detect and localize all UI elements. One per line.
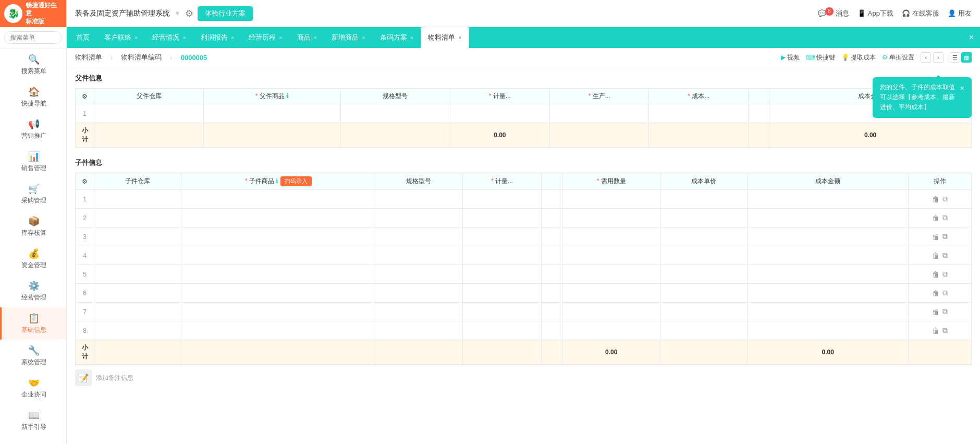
grid-view-icon[interactable]: ▦ bbox=[961, 52, 972, 63]
parent-col-settings[interactable]: ⚙ bbox=[76, 89, 94, 104]
tab-profit[interactable]: 利润报告 × bbox=[193, 27, 241, 48]
extract-cost-action[interactable]: 💡 提取成本 bbox=[841, 53, 876, 62]
child-spec-5[interactable] bbox=[375, 265, 462, 284]
message-button[interactable]: 💬 6 消息 bbox=[818, 9, 849, 18]
delete-icon-6[interactable]: 🗑 bbox=[932, 289, 939, 297]
sidebar-item-sales[interactable]: 📊 销售管理 bbox=[0, 146, 66, 178]
child-quantity-8[interactable] bbox=[562, 321, 660, 340]
child-spec-1[interactable] bbox=[375, 190, 462, 209]
child-unit-3[interactable] bbox=[462, 227, 542, 246]
tab-home[interactable]: 首页 bbox=[69, 27, 97, 48]
scan-button[interactable]: 扫码录入 bbox=[280, 176, 312, 186]
child-cost-amount-2[interactable] bbox=[748, 209, 909, 227]
copy-icon-8[interactable]: ⧉ bbox=[942, 326, 948, 335]
child-quantity-4[interactable] bbox=[562, 246, 660, 265]
child-cost-amount-7[interactable] bbox=[748, 303, 909, 321]
delete-icon-1[interactable]: 🗑 bbox=[932, 195, 939, 203]
tab-new-goods-close[interactable]: × bbox=[362, 34, 365, 41]
child-cost-amount-5[interactable] bbox=[748, 265, 909, 284]
parent-unit-1[interactable] bbox=[450, 104, 550, 123]
trial-button[interactable]: 体验行业方案 bbox=[198, 6, 253, 21]
sidebar-item-operations[interactable]: ⚙️ 经营管理 bbox=[0, 275, 66, 307]
child-cost-amount-8[interactable] bbox=[748, 321, 909, 340]
parent-production-1[interactable] bbox=[549, 104, 649, 123]
child-warehouse-3[interactable] bbox=[94, 227, 181, 246]
child-cost-amount-1[interactable] bbox=[748, 190, 909, 209]
child-unit-cost-4[interactable] bbox=[660, 246, 748, 265]
close-all-tabs[interactable]: × bbox=[965, 33, 978, 42]
child-unit-1[interactable] bbox=[462, 190, 542, 209]
child-unit-cost-1[interactable] bbox=[660, 190, 748, 209]
child-warehouse-6[interactable] bbox=[94, 284, 181, 303]
child-goods-5[interactable] bbox=[181, 265, 375, 284]
child-unit-4[interactable] bbox=[462, 246, 542, 265]
child-goods-6[interactable] bbox=[181, 284, 375, 303]
child-spec-8[interactable] bbox=[375, 321, 462, 340]
sidebar-item-quick-nav[interactable]: 🏠 快捷导航 bbox=[0, 81, 66, 113]
tab-goods[interactable]: 商品 × bbox=[290, 27, 324, 48]
parent-warehouse-1[interactable] bbox=[94, 104, 204, 123]
child-spec-7[interactable] bbox=[375, 303, 462, 321]
child-spec-2[interactable] bbox=[375, 209, 462, 227]
child-spec-3[interactable] bbox=[375, 227, 462, 246]
delete-icon-5[interactable]: 🗑 bbox=[932, 270, 939, 279]
copy-icon-3[interactable]: ⧉ bbox=[942, 232, 948, 241]
child-warehouse-5[interactable] bbox=[94, 265, 181, 284]
child-cost-amount-4[interactable] bbox=[748, 246, 909, 265]
delete-icon-8[interactable]: 🗑 bbox=[932, 327, 939, 335]
child-unit-cost-3[interactable] bbox=[660, 227, 748, 246]
child-quantity-2[interactable] bbox=[562, 209, 660, 227]
delete-icon-3[interactable]: 🗑 bbox=[932, 233, 939, 241]
prev-arrow[interactable]: ‹ bbox=[921, 52, 931, 63]
parent-goods-1[interactable] bbox=[204, 104, 341, 123]
child-col-settings[interactable]: ⚙ bbox=[76, 173, 94, 190]
child-unit-5[interactable] bbox=[462, 265, 542, 284]
tab-operations-close[interactable]: × bbox=[182, 34, 186, 41]
goods-info-icon[interactable]: ℹ bbox=[286, 92, 289, 100]
copy-icon-5[interactable]: ⧉ bbox=[942, 270, 948, 279]
single-settings-action[interactable]: ⚙ 单据设置 bbox=[882, 53, 914, 62]
sidebar-item-search[interactable]: 🔍 搜索菜单 bbox=[0, 49, 66, 81]
search-input[interactable] bbox=[4, 31, 62, 44]
view-toggle[interactable]: ☰ ▦ bbox=[950, 52, 972, 63]
child-goods-8[interactable] bbox=[181, 321, 375, 340]
child-warehouse-4[interactable] bbox=[94, 246, 181, 265]
child-unit-8[interactable] bbox=[462, 321, 542, 340]
delete-icon-7[interactable]: 🗑 bbox=[932, 308, 939, 316]
shortcut-action[interactable]: ⌨ 快捷键 bbox=[806, 53, 835, 62]
child-goods-4[interactable] bbox=[181, 246, 375, 265]
tab-bom[interactable]: 物料清单 × bbox=[421, 27, 469, 48]
child-cost-amount-3[interactable] bbox=[748, 227, 909, 246]
user-button[interactable]: 👤 用友 bbox=[948, 9, 972, 18]
child-quantity-6[interactable] bbox=[562, 284, 660, 303]
parent-spec-1[interactable] bbox=[340, 104, 450, 123]
child-goods-1[interactable] bbox=[181, 190, 375, 209]
tab-barcode[interactable]: 条码方案 × bbox=[373, 27, 421, 48]
tab-barcode-close[interactable]: × bbox=[410, 34, 413, 41]
tab-customer[interactable]: 客户联络 × bbox=[97, 27, 145, 48]
child-goods-3[interactable] bbox=[181, 227, 375, 246]
sidebar-item-finance[interactable]: 💰 资金管理 bbox=[0, 243, 66, 275]
breadcrumb-bom-code[interactable]: 物料清单编码 bbox=[121, 53, 162, 62]
child-warehouse-8[interactable] bbox=[94, 321, 181, 340]
child-quantity-7[interactable] bbox=[562, 303, 660, 321]
child-unit-cost-6[interactable] bbox=[660, 284, 748, 303]
child-goods-7[interactable] bbox=[181, 303, 375, 321]
child-unit-cost-8[interactable] bbox=[660, 321, 748, 340]
child-unit-2[interactable] bbox=[462, 209, 542, 227]
breadcrumb-bom-list[interactable]: 物料清单 bbox=[75, 53, 102, 62]
copy-icon-6[interactable]: ⧉ bbox=[942, 289, 948, 297]
child-quantity-3[interactable] bbox=[562, 227, 660, 246]
video-action[interactable]: ▶ 视频 bbox=[781, 53, 800, 62]
sidebar-item-marketing[interactable]: 📢 营销推广 bbox=[0, 113, 66, 146]
online-service-button[interactable]: 🎧 在线客服 bbox=[902, 9, 939, 18]
copy-icon-2[interactable]: ⧉ bbox=[942, 213, 948, 222]
child-warehouse-7[interactable] bbox=[94, 303, 181, 321]
bottom-note-icon[interactable]: 📝 bbox=[75, 369, 92, 386]
list-view-icon[interactable]: ☰ bbox=[950, 52, 960, 63]
child-quantity-1[interactable] bbox=[562, 190, 660, 209]
sidebar-item-enterprise[interactable]: 🤝 企业协同 bbox=[0, 372, 66, 404]
child-unit-cost-7[interactable] bbox=[660, 303, 748, 321]
child-unit-cost-5[interactable] bbox=[660, 265, 748, 284]
settings-icon[interactable]: ⚙ bbox=[185, 8, 193, 19]
